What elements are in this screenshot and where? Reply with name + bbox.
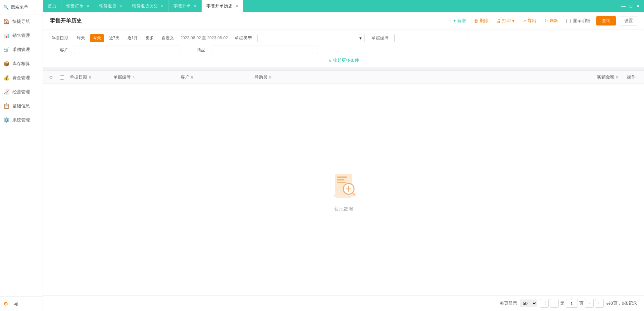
goods-dots: ... <box>214 47 217 52</box>
col-header-no[interactable]: 单据编号 ⇅ <box>111 74 178 80</box>
tab-sales-return[interactable]: 销货退货 ✕ <box>94 0 127 12</box>
sidebar-collapse-button[interactable]: ◀ <box>13 301 17 307</box>
tab-sales-return-history-close[interactable]: ✕ <box>161 4 164 8</box>
add-button[interactable]: ＋ + 新增 <box>446 16 468 25</box>
page-prev-button[interactable]: ‹ <box>550 299 559 308</box>
date-btn-more[interactable]: 更多 <box>143 34 157 42</box>
doc-type-label: 单据类型 <box>233 35 252 41</box>
delete-button[interactable]: 🗑 删除 <box>472 16 490 25</box>
tab-sales-return-label: 销货退货 <box>99 3 116 9</box>
per-page-label: 每页显示 <box>500 300 517 306</box>
col-customer-sort: ⇅ <box>191 75 193 79</box>
page-last-button[interactable]: 》 <box>595 299 604 308</box>
export-label: 导出 <box>528 18 536 24</box>
page-title: 零售开单历史 <box>50 17 82 24</box>
window-close[interactable]: ✕ <box>636 4 640 9</box>
sidebar-item-purchase-mgmt[interactable]: 🛒 采购管理 <box>0 43 43 57</box>
doc-no-input[interactable] <box>394 34 468 42</box>
col-header-salesperson[interactable]: 导购员 ⇅ <box>252 74 299 80</box>
date-btn-7days[interactable]: 近7天 <box>106 34 122 42</box>
pagination-info: 共0页，0条记录 <box>606 300 637 306</box>
goods-input[interactable]: ... <box>211 46 318 54</box>
sidebar-item-label: 快捷导航 <box>12 18 30 24</box>
sidebar-gear-button[interactable]: ⚙ <box>3 301 8 307</box>
sidebar-item-label: 基础信息 <box>12 103 30 109</box>
export-icon: ↗ <box>523 18 526 23</box>
date-btn-yesterday[interactable]: 昨天 <box>74 34 88 42</box>
window-maximize[interactable]: □ <box>630 4 632 9</box>
tab-retail-open-history-close[interactable]: ✕ <box>235 4 238 8</box>
col-salesperson-sort: ⇅ <box>269 75 271 79</box>
sidebar-item-sales-mgmt[interactable]: 📊 销售管理 <box>0 29 43 43</box>
tab-retail-open-label: 零售开单 <box>174 3 191 9</box>
col-date-label: 单据日期 <box>70 74 87 80</box>
tab-sales-return-close[interactable]: ✕ <box>119 4 122 8</box>
tab-sales-order[interactable]: 销售订单 ✕ <box>61 0 94 12</box>
sidebar-item-quick-nav[interactable]: 🏠 快捷导航 <box>0 14 43 29</box>
collapse-up-icon: ∧ <box>328 58 332 63</box>
doc-type-select[interactable]: ▾ <box>257 34 365 42</box>
pagination: 每页显示 50 10 20 100 《 ‹ 第 页 › 》 共0页，0条记录 <box>43 295 644 311</box>
table-header: ⚙ 单据日期 ⇅ 单据编号 ⇅ 客户 ⇅ 导购员 ⇅ 实 <box>43 70 644 84</box>
tab-retail-open[interactable]: 零售开单 ✕ <box>169 0 202 12</box>
date-btn-1month[interactable]: 近1月 <box>125 34 141 42</box>
tab-retail-open-close[interactable]: ✕ <box>194 4 197 8</box>
add-icon: ＋ <box>448 18 452 24</box>
table-settings-button[interactable]: ⚙ <box>46 75 56 80</box>
customer-input[interactable]: ... <box>74 46 181 54</box>
refresh-label: 刷新 <box>549 18 558 24</box>
refresh-button[interactable]: ↻ 刷新 <box>542 16 560 25</box>
col-header-amount[interactable]: 实销金额 ⇅ <box>588 74 621 80</box>
tab-sales-return-history[interactable]: 销货退货历史 ✕ <box>127 0 169 12</box>
quick-nav-icon: 🏠 <box>3 18 10 24</box>
display-detail-button[interactable]: 显示明细 <box>564 16 592 25</box>
page-first-button[interactable]: 《 <box>540 299 549 308</box>
tab-bar-right: — □ ✕ <box>617 4 644 9</box>
collapse-more-label: 收起更多条件 <box>333 57 359 63</box>
sidebar-item-ops-mgmt[interactable]: 📈 经营管理 <box>0 85 43 99</box>
delete-label: 删除 <box>480 18 488 24</box>
col-no-label: 单据编号 <box>113 74 131 80</box>
sidebar-search-label: 搜索采单 <box>11 4 28 10</box>
table-select-all[interactable] <box>56 75 67 80</box>
sidebar-item-label: 资金管理 <box>12 75 30 81</box>
date-group: 昨天 今天 近7天 近1月 更多 自定义 2023-06-02 至 2023-0… <box>74 34 228 42</box>
tab-home[interactable]: 首页 <box>43 0 61 12</box>
page-suffix: 页 <box>579 300 584 306</box>
col-date-sort: ⇅ <box>89 75 91 79</box>
col-header-date[interactable]: 单据日期 ⇅ <box>67 74 111 80</box>
sidebar-item-label: 经营管理 <box>12 89 30 95</box>
col-header-customer[interactable]: 客户 ⇅ <box>178 74 252 80</box>
tab-retail-open-history-label: 零售开单历史 <box>206 3 233 9</box>
display-checkbox[interactable] <box>566 19 571 23</box>
setting-button[interactable]: 设置 <box>620 16 637 25</box>
sys-icon: ⚙️ <box>3 117 10 123</box>
window-minimize[interactable]: — <box>621 4 626 9</box>
select-all-checkbox[interactable] <box>60 75 64 80</box>
page-number-input[interactable] <box>566 299 578 308</box>
sidebar-footer: ⚙ ◀ <box>0 296 43 311</box>
sidebar-item-finance[interactable]: 💰 资金管理 <box>0 71 43 85</box>
page-next-button[interactable]: › <box>585 299 594 308</box>
sidebar-item-basic-info[interactable]: 📋 基础信息 <box>0 99 43 113</box>
search-icon: 🔍 <box>3 5 9 10</box>
sidebar-item-inventory[interactable]: 📦 库存核算 <box>0 57 43 71</box>
date-btn-custom[interactable]: 自定义 <box>159 34 177 42</box>
tab-bar: 首页 销售订单 ✕ 销货退货 ✕ 销货退货历史 ✕ 零售开单 ✕ 零售开单历史 … <box>43 0 644 12</box>
sidebar-item-label: 销售管理 <box>12 33 30 39</box>
query-button[interactable]: 查询 <box>596 16 616 25</box>
pagination-nav: 《 ‹ 第 页 › 》 <box>540 299 604 308</box>
query-label: 查询 <box>602 18 610 24</box>
basic-info-icon: 📋 <box>3 103 10 109</box>
sidebar-search[interactable]: 🔍 搜索采单 <box>0 0 43 14</box>
tab-retail-open-history[interactable]: 零售开单历史 ✕ <box>202 0 243 12</box>
date-btn-today[interactable]: 今天 <box>90 34 104 42</box>
tab-sales-order-close[interactable]: ✕ <box>86 4 89 8</box>
export-button[interactable]: ↗ 导出 <box>521 16 538 25</box>
page-label: 第 <box>560 300 564 306</box>
print-button[interactable]: 🖨 打印 ▾ <box>494 16 516 25</box>
col-salesperson-label: 导购员 <box>254 74 267 80</box>
sidebar-item-sys-mgmt[interactable]: ⚙️ 系统管理 <box>0 113 43 127</box>
per-page-select[interactable]: 50 10 20 100 <box>520 300 537 307</box>
collapse-more-button[interactable]: ∧ 收起更多条件 <box>50 57 637 63</box>
